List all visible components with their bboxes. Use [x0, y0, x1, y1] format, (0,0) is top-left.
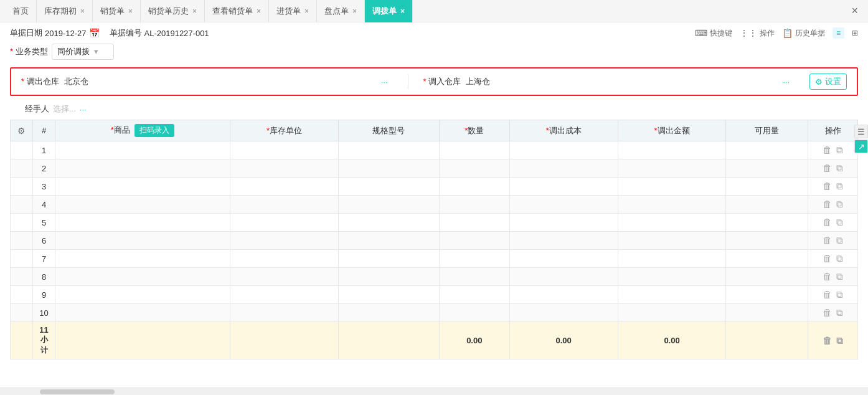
row-amount-cell[interactable] [618, 250, 726, 268]
row-product-cell[interactable] [55, 178, 230, 196]
history-button[interactable]: 📋 历史单据 [782, 28, 825, 39]
side-panel-list-icon[interactable]: ☰ [854, 125, 868, 138]
copy-icon[interactable]: ⧉ [836, 271, 843, 282]
row-spec-cell[interactable] [338, 304, 439, 322]
row-product-cell[interactable] [55, 141, 230, 159]
tab-home[interactable]: 首页 [5, 0, 37, 22]
delete-icon[interactable]: 🗑 [823, 253, 832, 264]
row-amount-cell[interactable] [618, 268, 726, 286]
row-spec-cell[interactable] [338, 232, 439, 250]
copy-icon[interactable]: ⧉ [836, 289, 843, 300]
delete-icon[interactable]: 🗑 [823, 335, 832, 346]
row-amount-cell[interactable] [618, 159, 726, 178]
row-qty-cell[interactable] [439, 196, 509, 214]
delete-icon[interactable]: 🗑 [823, 163, 832, 173]
row-unit-cell[interactable] [230, 141, 339, 159]
delete-icon[interactable]: 🗑 [823, 235, 832, 245]
row-qty-cell[interactable] [439, 250, 509, 268]
row-product-cell[interactable] [55, 232, 230, 250]
warehouse-out-more-button[interactable]: ··· [376, 77, 393, 87]
row-qty-cell[interactable] [439, 178, 509, 196]
row-product-cell[interactable] [55, 286, 230, 304]
row-spec-cell[interactable] [338, 196, 439, 214]
tab-sales-history[interactable]: 销货单历史 × [141, 0, 205, 22]
tab-inventory-init[interactable]: 库存期初 × [37, 0, 93, 22]
row-unit-cell[interactable] [230, 196, 339, 214]
row-cost-cell[interactable] [509, 268, 618, 286]
row-cost-cell[interactable] [509, 196, 618, 214]
row-cost-cell[interactable] [509, 250, 618, 268]
copy-icon[interactable]: ⧉ [836, 217, 843, 227]
tab-close-transfer-order[interactable]: × [400, 7, 405, 16]
handler-input[interactable]: 选择... [53, 103, 76, 115]
shortcut-button[interactable]: ⌨ 快捷键 [695, 28, 732, 39]
row-amount-cell[interactable] [618, 178, 726, 196]
row-unit-cell[interactable] [230, 178, 339, 196]
row-amount-cell[interactable] [618, 286, 726, 304]
row-spec-cell[interactable] [338, 214, 439, 232]
scroll-thumb[interactable] [40, 389, 115, 394]
row-qty-cell[interactable] [439, 141, 509, 159]
business-type-select[interactable]: 同价调拨 ▾ [52, 44, 115, 60]
row-product-cell[interactable] [55, 214, 230, 232]
row-qty-cell[interactable] [439, 268, 509, 286]
row-amount-cell[interactable] [618, 196, 726, 214]
row-cost-cell[interactable] [509, 178, 618, 196]
layout1-button[interactable]: ≡ [833, 27, 844, 39]
row-qty-cell[interactable] [439, 232, 509, 250]
row-cost-cell[interactable] [509, 232, 618, 250]
copy-icon[interactable]: ⧉ [836, 199, 843, 209]
row-qty-cell[interactable] [439, 159, 509, 178]
row-cost-cell[interactable] [509, 159, 618, 178]
row-product-cell[interactable] [55, 304, 230, 322]
side-panel-export-icon[interactable]: ↗ [854, 140, 868, 153]
copy-icon[interactable]: ⧉ [836, 335, 843, 346]
row-product-cell[interactable] [55, 250, 230, 268]
row-spec-cell[interactable] [338, 268, 439, 286]
tab-close-sales-history[interactable]: × [192, 7, 197, 16]
row-spec-cell[interactable] [338, 178, 439, 196]
row-qty-cell[interactable] [439, 214, 509, 232]
tab-transfer-order[interactable]: 调拨单 × [365, 0, 413, 22]
row-spec-cell[interactable] [338, 286, 439, 304]
delete-icon[interactable]: 🗑 [823, 307, 832, 318]
row-product-cell[interactable] [55, 268, 230, 286]
row-amount-cell[interactable] [618, 304, 726, 322]
delete-icon[interactable]: 🗑 [823, 181, 832, 191]
row-amount-cell[interactable] [618, 214, 726, 232]
layout2-button[interactable]: ⊞ [852, 29, 858, 37]
row-unit-cell[interactable] [230, 304, 339, 322]
copy-icon[interactable]: ⧉ [836, 163, 843, 173]
row-cost-cell[interactable] [509, 286, 618, 304]
delete-icon[interactable]: 🗑 [823, 145, 832, 155]
row-unit-cell[interactable] [230, 232, 339, 250]
handler-more-button[interactable]: ··· [80, 105, 87, 114]
delete-icon[interactable]: 🗑 [823, 199, 832, 209]
row-cost-cell[interactable] [509, 304, 618, 322]
tab-purchase-order[interactable]: 进货单 × [269, 0, 317, 22]
row-qty-cell[interactable] [439, 286, 509, 304]
operation-button[interactable]: ⋮⋮ 操作 [740, 28, 775, 39]
copy-icon[interactable]: ⧉ [836, 307, 843, 318]
settings-button[interactable]: ⚙ 设置 [809, 74, 847, 90]
row-cost-cell[interactable] [509, 141, 618, 159]
row-unit-cell[interactable] [230, 286, 339, 304]
warehouse-in-more-button[interactable]: ··· [778, 77, 795, 87]
delete-icon[interactable]: 🗑 [823, 217, 832, 227]
scan-input-button[interactable]: 扫码录入 [134, 124, 174, 137]
row-amount-cell[interactable] [618, 232, 726, 250]
delete-icon[interactable]: 🗑 [823, 289, 832, 300]
row-product-cell[interactable] [55, 159, 230, 178]
row-unit-cell[interactable] [230, 214, 339, 232]
tab-close-inventory-init[interactable]: × [80, 7, 85, 16]
tab-close-inventory-check[interactable]: × [352, 7, 357, 16]
row-unit-cell[interactable] [230, 268, 339, 286]
calendar-icon[interactable]: 📅 [89, 28, 100, 38]
horizontal-scrollbar[interactable] [0, 388, 868, 395]
copy-icon[interactable]: ⧉ [836, 235, 843, 245]
row-cost-cell[interactable] [509, 214, 618, 232]
tab-close-purchase-order[interactable]: × [304, 7, 309, 16]
tab-close-view-sales[interactable]: × [257, 7, 261, 16]
table-gear-icon[interactable]: ⚙ [17, 126, 26, 136]
tab-close-sales-order[interactable]: × [128, 7, 133, 16]
